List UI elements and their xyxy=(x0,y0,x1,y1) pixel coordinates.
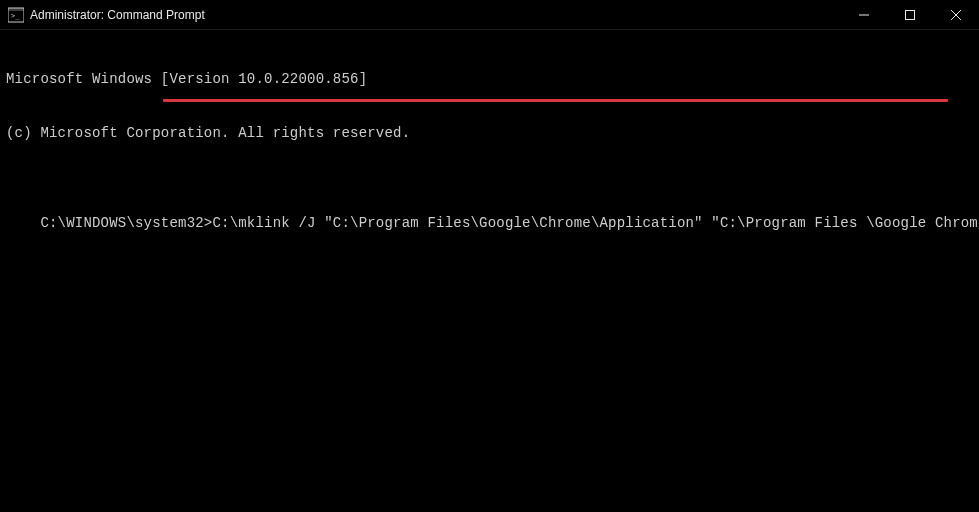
command-text: C:\mklink /J "C:\Program Files\Google\Ch… xyxy=(212,215,979,231)
terminal-output: Microsoft Windows [Version 10.0.22000.85… xyxy=(0,30,979,254)
svg-text:>_: >_ xyxy=(11,12,20,20)
blank-line xyxy=(6,178,973,196)
command-line: C:\WINDOWS\system32>C:\mklink /J "C:\Pro… xyxy=(40,214,979,232)
svg-rect-1 xyxy=(8,8,24,11)
terminal-area[interactable]: Microsoft Windows [Version 10.0.22000.85… xyxy=(0,30,979,254)
command-prompt-icon: >_ xyxy=(8,7,24,23)
maximize-button[interactable] xyxy=(887,0,933,30)
titlebar-left: >_ Administrator: Command Prompt xyxy=(8,7,205,23)
highlight-underline xyxy=(163,99,948,102)
svg-rect-4 xyxy=(906,11,915,20)
prompt: C:\WINDOWS\system32> xyxy=(40,215,212,231)
titlebar: >_ Administrator: Command Prompt xyxy=(0,0,979,30)
minimize-button[interactable] xyxy=(841,0,887,30)
copyright-line: (c) Microsoft Corporation. All rights re… xyxy=(6,124,973,142)
version-line: Microsoft Windows [Version 10.0.22000.85… xyxy=(6,70,973,88)
window-controls xyxy=(841,0,979,29)
close-button[interactable] xyxy=(933,0,979,30)
window-title: Administrator: Command Prompt xyxy=(30,8,205,22)
